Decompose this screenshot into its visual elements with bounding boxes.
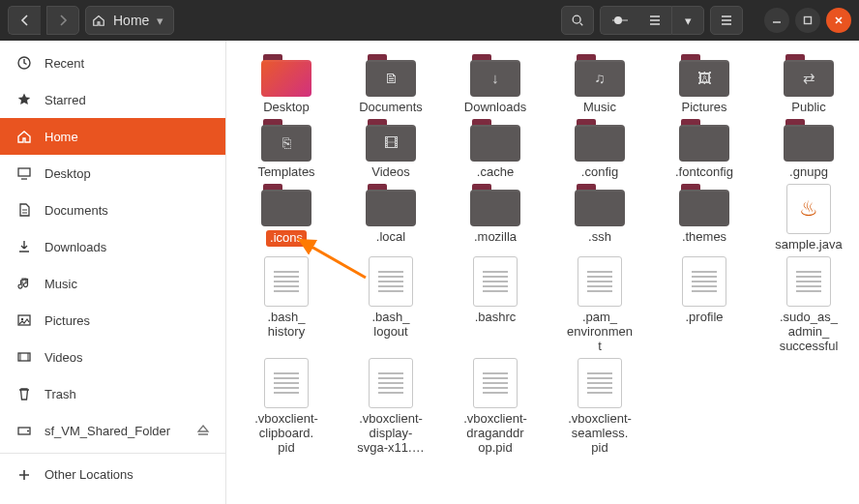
star-icon	[15, 92, 33, 107]
folder-icon	[575, 119, 625, 162]
text-file-icon	[473, 256, 518, 307]
file-item[interactable]: .sudo_as_admin_successful	[756, 256, 859, 354]
text-file-icon	[473, 358, 518, 408]
file-item[interactable]: .cache	[443, 119, 548, 180]
file-item[interactable]: .bash_logout	[339, 256, 443, 354]
back-button[interactable]	[8, 6, 41, 35]
file-item[interactable]: 🗎Documents	[339, 54, 443, 115]
file-item[interactable]: .vboxclient-draganddrop.pid	[443, 358, 548, 456]
text-file-icon	[264, 256, 309, 307]
file-item[interactable]: .vboxclient-clipboard.pid	[234, 358, 339, 456]
sidebar-item-trash[interactable]: Trash	[0, 375, 225, 412]
forward-button[interactable]	[46, 6, 79, 35]
file-item[interactable]: .pam_environment	[548, 256, 652, 354]
file-item[interactable]: .mozilla	[443, 184, 548, 252]
file-label: .vboxclient-seamless.pid	[568, 412, 632, 456]
file-label: .bash_logout	[371, 311, 409, 340]
svg-rect-6	[18, 168, 30, 176]
folder-icon	[261, 184, 311, 226]
file-item[interactable]: ♫Music	[548, 54, 652, 115]
chevron-down-icon: ▾	[157, 14, 163, 28]
folder-icon	[575, 184, 625, 226]
file-label: .ssh	[588, 230, 611, 245]
hamburger-menu-button[interactable]	[710, 6, 743, 35]
home-icon	[15, 129, 33, 144]
sidebar-item-label: Recent	[44, 56, 84, 71]
sidebar-item-starred[interactable]: Starred	[0, 81, 225, 118]
file-item[interactable]: .local	[339, 184, 443, 252]
file-label: Music	[583, 101, 616, 115]
text-file-icon	[578, 256, 622, 307]
file-label: .vboxclient-display-svga-x11.…	[357, 412, 424, 456]
file-item[interactable]: 🎞Videos	[339, 119, 443, 180]
view-options-button[interactable]: ▾	[671, 6, 704, 35]
file-item[interactable]: .profile	[652, 256, 756, 354]
close-button[interactable]	[826, 8, 851, 33]
file-label: .pam_environment	[567, 311, 633, 354]
java-file-icon: ♨	[786, 184, 831, 234]
path-label: Home	[113, 13, 149, 28]
path-bar[interactable]: Home ▾	[85, 6, 174, 35]
file-item[interactable]: .vboxclient-seamless.pid	[548, 358, 652, 456]
file-label: Templates	[257, 165, 314, 180]
sidebar-item-label: Other Locations	[44, 467, 133, 482]
sidebar-item-label: Pictures	[44, 313, 90, 328]
titlebar: Home ▾ ▾	[0, 0, 859, 41]
file-item[interactable]: 🖼Pictures	[652, 54, 756, 115]
home-icon	[92, 14, 105, 27]
file-item[interactable]: .config	[548, 119, 652, 180]
file-item[interactable]: .ssh	[548, 184, 652, 252]
eject-icon[interactable]	[196, 424, 210, 437]
file-item[interactable]: .bash_history	[234, 256, 339, 354]
sidebar-item-desktop[interactable]: Desktop	[0, 155, 225, 192]
file-view: Desktop🗎Documents↓Downloads♫Music🖼Pictur…	[226, 41, 859, 504]
text-file-icon	[369, 256, 413, 307]
file-item[interactable]: ♨sample.java	[756, 184, 859, 252]
sidebar-item-pictures[interactable]: Pictures	[0, 302, 225, 339]
file-item[interactable]: .fontconfig	[652, 119, 756, 180]
zoom-slider-button[interactable]	[600, 6, 638, 35]
search-button[interactable]	[561, 6, 594, 35]
drive-icon	[15, 423, 33, 438]
folder-icon: ⇄	[784, 54, 834, 97]
file-label: sample.java	[775, 238, 842, 252]
file-item[interactable]: .gnupg	[756, 119, 859, 180]
file-item[interactable]: .vboxclient-display-svga-x11.…	[339, 358, 443, 456]
text-file-icon	[786, 256, 831, 307]
sidebar-item-label: Desktop	[44, 166, 91, 181]
folder-icon	[784, 119, 834, 162]
file-label: .fontconfig	[675, 165, 733, 180]
sidebar-item-home[interactable]: Home	[0, 118, 225, 155]
sidebar-item-videos[interactable]: Videos	[0, 339, 225, 375]
clock-icon	[15, 55, 33, 71]
desktop-icon	[15, 165, 33, 181]
file-label: Downloads	[464, 101, 526, 115]
file-item[interactable]: ⎘Templates	[234, 119, 339, 180]
file-item[interactable]: .themes	[652, 184, 756, 252]
sidebar-item-label: Starred	[44, 93, 86, 107]
file-item[interactable]: ↓Downloads	[443, 54, 548, 115]
sidebar-item-music[interactable]: Music	[0, 265, 225, 302]
sidebar-item-sf-vm-shared-folder[interactable]: sf_VM_Shared_Folder	[0, 412, 225, 449]
documents-icon	[15, 202, 33, 218]
file-item[interactable]: Desktop	[234, 54, 339, 115]
file-label: .vboxclient-draganddrop.pid	[463, 412, 527, 456]
sidebar-item-downloads[interactable]: Downloads	[0, 228, 225, 265]
sidebar-item-recent[interactable]: Recent	[0, 44, 225, 81]
file-label: .cache	[477, 165, 514, 180]
file-item[interactable]: .bashrc	[443, 256, 548, 354]
file-label: .local	[376, 230, 405, 245]
file-item[interactable]: .icons	[234, 184, 339, 252]
sidebar-item-other-locations[interactable]: Other Locations	[0, 453, 225, 495]
file-item[interactable]: ⇄Public	[756, 54, 859, 115]
sidebar-item-label: Trash	[44, 387, 76, 401]
text-file-icon	[578, 358, 622, 408]
file-label: Public	[791, 101, 825, 115]
view-list-button[interactable]	[638, 6, 671, 35]
file-label: .bash_history	[267, 311, 305, 340]
text-file-icon	[369, 358, 413, 408]
folder-icon: 🎞	[366, 119, 416, 162]
sidebar-item-documents[interactable]: Documents	[0, 192, 225, 228]
minimize-button[interactable]	[764, 8, 789, 33]
maximize-button[interactable]	[795, 8, 820, 33]
